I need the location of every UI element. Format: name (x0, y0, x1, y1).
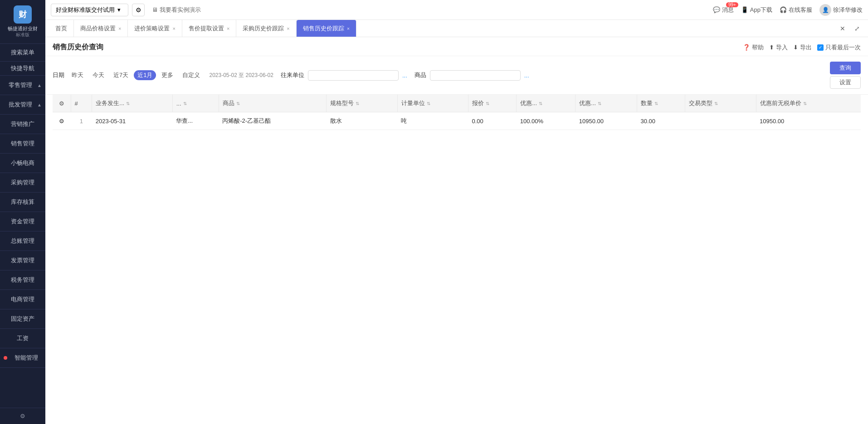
tab-purchase-strategy[interactable]: 进价策略设置 × (128, 20, 182, 37)
topbar-settings-btn[interactable]: ⚙ (132, 4, 145, 16)
tab-purchase-strategy-label: 进价策略设置 (134, 24, 170, 33)
query-btn[interactable]: 查询 (830, 62, 861, 74)
sort-discount2-icon: ⇅ (598, 101, 601, 106)
th-discount1[interactable]: 优惠... ⇅ (517, 95, 575, 112)
table-body: ⚙ 1 2023-05-31 华查... 丙烯酸-2-乙基己酯 散水 吨 0.0… (53, 112, 861, 130)
sidebar-settings[interactable]: ⚙ (0, 408, 45, 424)
tab-sale-history-close[interactable]: × (347, 26, 350, 31)
date-last1m-btn[interactable]: 近1月 (134, 70, 156, 80)
tab-sale-history[interactable]: 销售历史价跟踪 × (297, 20, 356, 37)
table-row[interactable]: ⚙ 1 2023-05-31 华查... 丙烯酸-2-乙基己酯 散水 吨 0.0… (53, 112, 861, 130)
sidebar-item-marketing[interactable]: 营销推广 (0, 115, 45, 134)
main-area: 好业财标准版交付试用 ▾ ⚙ 🖥 我要看实例演示 💬 消息 99+ 📱 App下… (45, 0, 868, 424)
product-more-btn[interactable]: ... (524, 72, 529, 79)
sidebar-item-salary[interactable]: 工资 (0, 329, 45, 348)
date-last7-btn[interactable]: 近7天 (110, 70, 132, 80)
th-product[interactable]: 商品 ⇅ (219, 95, 326, 112)
app-download-btn[interactable]: 📱 App下载 (741, 6, 772, 14)
th-spec[interactable]: 规格型号 ⇅ (327, 95, 397, 112)
tab-sale-extract-close[interactable]: × (227, 26, 229, 31)
sidebar-logo: 财 畅捷通好业财 标准版 (0, 0, 45, 44)
date-custom-btn[interactable]: 自定义 (179, 70, 204, 80)
date-yesterday-btn[interactable]: 昨天 (68, 70, 87, 80)
th-gear[interactable]: ⚙ (53, 95, 71, 112)
sidebar-item-tax[interactable]: 税务管理 (0, 270, 45, 290)
tab-purchase-history[interactable]: 采购历史价跟踪 × (236, 20, 296, 37)
sort-pretax-icon: ⇅ (803, 101, 807, 106)
tab-price[interactable]: 商品价格设置 × (74, 20, 128, 37)
source-unit-input-wrap (308, 70, 399, 81)
message-btn[interactable]: 💬 消息 99+ (713, 6, 734, 14)
tabs-actions: ✕ ⤢ (837, 23, 864, 34)
row-spec: 散水 (327, 112, 397, 130)
th-discount2[interactable]: 优惠... ⇅ (575, 95, 637, 112)
product-input[interactable] (434, 72, 517, 79)
sidebar-item-wholesale[interactable]: 批发管理 ▲ (0, 95, 45, 115)
user-menu[interactable]: 👤 徐泽华修改 (819, 4, 863, 16)
table-wrap: ⚙ # 业务发生... ⇅ ... ⇅ (45, 95, 868, 424)
sidebar-item-inventory[interactable]: 库存核算 (0, 193, 45, 212)
page-title: 销售历史价查询 (53, 43, 103, 52)
row-num: 1 (71, 112, 92, 130)
tab-home[interactable]: 首页 (49, 20, 74, 37)
headset-icon: 🎧 (780, 6, 787, 13)
th-trans-type[interactable]: 交易类型 ⇅ (685, 95, 756, 112)
th-quantity[interactable]: 数量 ⇅ (637, 95, 685, 112)
sidebar-item-ecommerce[interactable]: 小畅电商 (0, 154, 45, 173)
sidebar-item-account[interactable]: 总账管理 (0, 231, 45, 251)
tab-sale-extract[interactable]: 售价提取设置 × (182, 20, 236, 37)
row-product: 丙烯酸-2-乙基己酯 (219, 112, 326, 130)
tab-close-all-btn[interactable]: ✕ (837, 23, 848, 34)
demo-label: 我要看实例演示 (160, 6, 201, 14)
sidebar-quick-nav[interactable]: 快捷导航 (0, 62, 45, 76)
online-service-btn[interactable]: 🎧 在线客服 (780, 6, 812, 14)
th-pretax-price[interactable]: 优惠前无税单价 ⇅ (756, 95, 861, 112)
version-selector[interactable]: 好业财标准版交付试用 ▾ (51, 4, 128, 16)
export-btn[interactable]: ⬇ 导出 (793, 43, 812, 52)
date-options: 昨天 今天 近7天 近1月 更多 自定义 (68, 70, 204, 80)
tab-maximize-btn[interactable]: ⤢ (852, 23, 863, 34)
topbar: 好业财标准版交付试用 ▾ ⚙ 🖥 我要看实例演示 💬 消息 99+ 📱 App下… (45, 0, 868, 20)
th-more[interactable]: ... ⇅ (172, 95, 219, 112)
date-more-btn[interactable]: 更多 (158, 70, 177, 80)
app-logo-text: 畅捷通好业财 (8, 25, 38, 32)
data-table: ⚙ # 业务发生... ⇅ ... ⇅ (53, 95, 861, 130)
sidebar-item-fixed[interactable]: 固定资产 (0, 309, 45, 329)
date-today-btn[interactable]: 今天 (89, 70, 108, 80)
page-content: 销售历史价查询 ❓ 帮助 ⬆ 导入 ⬇ 导出 ✓ 只看最后一次 (45, 37, 868, 424)
tab-price-close[interactable]: × (118, 26, 121, 31)
tab-home-label: 首页 (55, 24, 67, 33)
sidebar-item-invoice[interactable]: 发票管理 (0, 251, 45, 270)
table-header-row: ⚙ # 业务发生... ⇅ ... ⇅ (53, 95, 861, 112)
source-unit-label: 往来单位 (281, 71, 304, 79)
row-more: 华查... (172, 112, 219, 130)
tab-purchase-strategy-close[interactable]: × (172, 26, 175, 31)
sidebar-search[interactable]: 搜索菜单 (0, 44, 45, 62)
tab-purchase-history-close[interactable]: × (287, 26, 289, 31)
sidebar-item-smart[interactable]: 智能管理 (0, 348, 45, 368)
sidebar-item-ec[interactable]: 电商管理 (0, 290, 45, 309)
product-input-wrap (430, 70, 521, 81)
th-date[interactable]: 业务发生... ⇅ (92, 95, 172, 112)
sidebar-item-retail[interactable]: 零售管理 ▲ (0, 76, 45, 95)
source-unit-more-btn[interactable]: ... (402, 72, 407, 79)
sidebar-item-sales[interactable]: 销售管理 (0, 134, 45, 154)
th-unit[interactable]: 计量单位 ⇅ (397, 95, 468, 112)
help-btn[interactable]: ❓ 帮助 (743, 43, 764, 52)
row-gear[interactable]: ⚙ (53, 112, 71, 130)
sort-product-icon: ⇅ (236, 101, 240, 106)
settings-btn[interactable]: 设置 (830, 76, 861, 89)
tab-price-label: 商品价格设置 (80, 24, 116, 33)
import-btn[interactable]: ⬆ 导入 (769, 43, 788, 52)
source-unit-input[interactable] (312, 72, 395, 79)
online-service-label: 在线客服 (789, 6, 812, 14)
sidebar-item-finance[interactable]: 资金管理 (0, 212, 45, 231)
only-last-checkbox[interactable]: ✓ 只看最后一次 (817, 43, 861, 52)
sort-quantity-icon: ⇅ (654, 101, 658, 106)
th-price[interactable]: 报价 ⇅ (468, 95, 517, 112)
demo-btn[interactable]: 🖥 我要看实例演示 (152, 6, 201, 14)
settings-icon: ⚙ (20, 413, 25, 419)
app-logo-icon: 财 (14, 5, 32, 24)
sidebar-item-purchase[interactable]: 采购管理 (0, 173, 45, 193)
row-trans-type (685, 112, 756, 130)
